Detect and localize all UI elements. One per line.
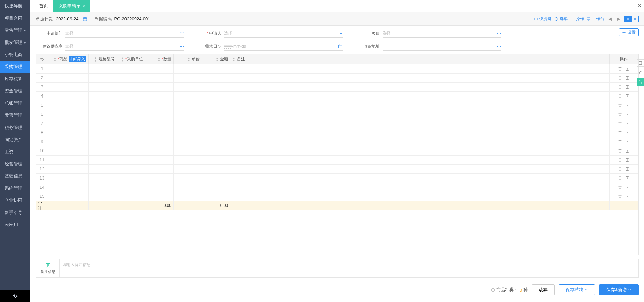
delete-icon[interactable] <box>618 140 622 144</box>
delete-icon[interactable] <box>618 149 622 153</box>
operate-button[interactable]: 操作 <box>570 16 584 22</box>
applicant-select[interactable]: 选择...⋯ <box>224 29 343 38</box>
delete-icon[interactable] <box>618 185 622 189</box>
add-row-icon[interactable] <box>625 158 629 162</box>
sidebar-item-2[interactable]: 零售管理▾ <box>0 24 30 36</box>
delete-icon[interactable] <box>618 94 622 98</box>
delete-icon[interactable] <box>618 103 622 107</box>
dept-select[interactable]: 选择...﹀ <box>65 29 184 38</box>
delete-icon[interactable] <box>618 112 622 116</box>
rail-attach-icon[interactable] <box>637 69 644 76</box>
add-row-icon[interactable] <box>625 121 629 126</box>
calendar-icon[interactable] <box>83 17 87 21</box>
remark-input[interactable]: 请输入备注信息 <box>60 259 638 277</box>
add-row-icon[interactable] <box>625 149 629 153</box>
workbench-button[interactable]: 工作台 <box>587 16 604 22</box>
add-row-icon[interactable] <box>625 94 629 98</box>
sidebar-item-7[interactable]: 资金管理 <box>0 85 30 97</box>
add-row-icon[interactable] <box>625 185 629 189</box>
sidebar-item-13[interactable]: 经营管理 <box>0 158 30 170</box>
table-row[interactable]: 5 <box>36 101 638 110</box>
column-settings[interactable] <box>36 54 48 64</box>
sidebar-settings[interactable] <box>0 290 30 302</box>
view-list[interactable] <box>625 16 632 22</box>
sidebar-item-18[interactable]: 云应用 <box>0 219 30 231</box>
save-draft-button[interactable]: 保存草稿﹀ <box>559 284 595 295</box>
sidebar-item-11[interactable]: 固定资产 <box>0 134 30 146</box>
prev-icon[interactable]: ◀ <box>607 16 613 21</box>
add-row-icon[interactable] <box>625 194 629 198</box>
select-order-button[interactable]: 选单 <box>554 16 568 22</box>
table-row[interactable]: 15 <box>36 192 638 201</box>
discard-button[interactable]: 放弃 <box>532 284 555 295</box>
delete-icon[interactable] <box>618 158 622 162</box>
col-amount[interactable]: ▲▼金额 <box>202 54 230 64</box>
delete-icon[interactable] <box>618 176 622 180</box>
add-row-icon[interactable] <box>625 131 629 135</box>
sidebar-item-14[interactable]: 基础信息 <box>0 170 30 182</box>
table-row[interactable]: 6 <box>36 110 638 119</box>
tab-1[interactable]: 采购申请单× <box>53 0 90 12</box>
add-row-icon[interactable] <box>625 103 629 107</box>
add-row-icon[interactable] <box>625 176 629 180</box>
sidebar-item-6[interactable]: 库存核算 <box>0 73 30 85</box>
delete-icon[interactable] <box>618 121 622 126</box>
sidebar-item-15[interactable]: 系统管理 <box>0 182 30 194</box>
col-price[interactable]: ▲▼单价 <box>174 54 202 64</box>
table-row[interactable]: 7 <box>36 119 638 128</box>
col-spec[interactable]: ▲▼规格型号 <box>89 54 117 64</box>
add-row-icon[interactable] <box>625 85 629 89</box>
sidebar-item-17[interactable]: 新手引导 <box>0 207 30 219</box>
sidebar-item-3[interactable]: 批发管理▾ <box>0 36 30 49</box>
sidebar-item-9[interactable]: 发票管理 <box>0 109 30 121</box>
shortcut-button[interactable]: 快捷键 <box>534 16 552 22</box>
sidebar-item-12[interactable]: 工资 <box>0 146 30 158</box>
add-row-icon[interactable] <box>625 112 629 116</box>
table-row[interactable]: 4 <box>36 92 638 101</box>
delete-icon[interactable] <box>618 67 622 71</box>
add-row-icon[interactable] <box>625 76 629 80</box>
tab-0[interactable]: 首页 <box>34 0 53 12</box>
col-remark[interactable]: ▲▼备注 <box>230 54 609 64</box>
delete-icon[interactable] <box>618 167 622 171</box>
table-row[interactable]: 14 <box>36 183 638 192</box>
sidebar-item-8[interactable]: 总账管理 <box>0 97 30 109</box>
sidebar-item-16[interactable]: 企业协同 <box>0 194 30 207</box>
table-row[interactable]: 9 <box>36 137 638 146</box>
sidebar-item-4[interactable]: 小畅电商 <box>0 49 30 61</box>
table-row[interactable]: 12 <box>36 165 638 174</box>
close-icon[interactable]: × <box>83 4 85 8</box>
add-row-icon[interactable] <box>625 167 629 171</box>
rail-note-icon[interactable] <box>637 59 644 67</box>
scan-badge[interactable]: 扫码录入 <box>69 56 86 62</box>
addr-select[interactable]: ⋯ <box>383 42 501 51</box>
delete-icon[interactable] <box>618 76 622 80</box>
rail-expand-icon[interactable] <box>637 78 644 86</box>
table-row[interactable]: 3 <box>36 83 638 92</box>
table-row[interactable]: 8 <box>36 128 638 137</box>
close-all-icon[interactable]: × <box>638 2 641 9</box>
sidebar-item-10[interactable]: 税务管理 <box>0 121 30 134</box>
table-row[interactable]: 10 <box>36 146 638 156</box>
sidebar-item-5[interactable]: 采购管理 <box>0 61 30 73</box>
supplier-select[interactable]: 选择...⋯ <box>65 42 184 51</box>
col-qty[interactable]: ▲▼*数量 <box>145 54 174 64</box>
settings-button[interactable]: 设置 <box>619 28 639 36</box>
delete-icon[interactable] <box>618 131 622 135</box>
sidebar-item-0[interactable]: 快捷导航 <box>0 0 30 12</box>
next-icon[interactable]: ▶ <box>616 16 622 21</box>
table-row[interactable]: 1 <box>36 64 638 74</box>
table-row[interactable]: 13 <box>36 174 638 183</box>
project-select[interactable]: 选择...⋯ <box>383 29 501 38</box>
col-unit[interactable]: ▲▼*采购单位 <box>117 54 145 64</box>
save-new-button[interactable]: 保存&新增﹀ <box>599 284 639 295</box>
table-row[interactable]: 11 <box>36 156 638 165</box>
needdate-input[interactable]: yyyy-mm-dd <box>224 42 343 51</box>
delete-icon[interactable] <box>618 194 622 198</box>
table-row[interactable]: 2 <box>36 74 638 83</box>
delete-icon[interactable] <box>618 85 622 89</box>
add-row-icon[interactable] <box>625 140 629 144</box>
add-row-icon[interactable] <box>625 67 629 71</box>
col-product[interactable]: ▲▼*商品扫码录入 <box>48 54 89 64</box>
sidebar-item-1[interactable]: 项目合同 <box>0 12 30 24</box>
